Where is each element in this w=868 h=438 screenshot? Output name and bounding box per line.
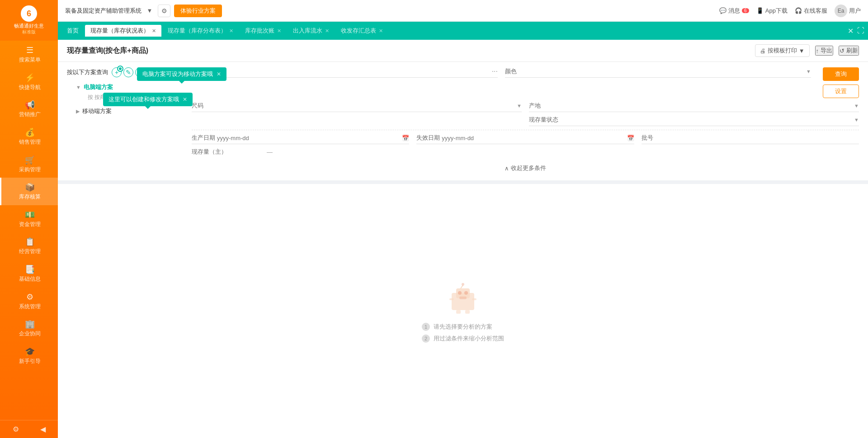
- user-avatar-btn[interactable]: Ea 用户: [835, 5, 861, 17]
- tab-stock-dist-label: 现存量（库存分布表）: [168, 27, 226, 35]
- filter-cell-expiry-date: 失效日期 📅: [416, 134, 634, 144]
- tab-stock-inout[interactable]: 出入库流水 ✕: [288, 25, 335, 37]
- scheme-selector: 按以下方案查询 + ✎ ←: [67, 67, 184, 175]
- collapse-more-btn[interactable]: ∧ 收起更多条件: [505, 161, 546, 175]
- filter-row-3-placeholder: [192, 116, 522, 126]
- tab-stock-batch-close[interactable]: ✕: [277, 28, 281, 34]
- scheme-tree: ▼ 电脑端方案 按 按商品 这里可以创建和修改方案哦 ✕: [67, 82, 184, 117]
- avatar-label: Ea: [838, 8, 844, 14]
- app-download-label: App下载: [765, 7, 788, 15]
- sidebar-bottom: ⚙ ◀: [0, 420, 58, 438]
- system-dropdown-btn[interactable]: ▼: [145, 6, 154, 15]
- stock-status-input[interactable]: [560, 117, 852, 123]
- app-download-btn[interactable]: 📱 App下载: [756, 7, 788, 15]
- edit-scheme-btn[interactable]: ✎: [123, 67, 133, 77]
- empty-state-illustration: [445, 279, 481, 316]
- tab-stock-status-close[interactable]: ✕: [152, 28, 156, 34]
- filter-cell-stock-status: 现存量状态 ▼: [529, 116, 859, 126]
- template-print-label: 按模板打印: [768, 47, 797, 55]
- gear-icon: ⚙: [161, 7, 167, 14]
- origin-input[interactable]: [553, 103, 852, 109]
- tab-stock-summary[interactable]: 收发存汇总表 ✕: [335, 25, 388, 37]
- sidebar-settings-btn[interactable]: ⚙: [13, 425, 19, 433]
- phone-icon: 📱: [756, 7, 764, 14]
- sidebar-item-search-menu[interactable]: ☰ 搜索菜单: [0, 41, 58, 68]
- edit-tooltip-close[interactable]: ✕: [183, 96, 187, 103]
- sidebar-item-purchase[interactable]: 🛒 采购管理: [0, 151, 58, 178]
- sidebar-item-operations[interactable]: 📋 经营管理: [0, 232, 58, 260]
- tabbar: 首页 现存量（库存状况表） ✕ 现存量（库存分布表） ✕ 库存批次账 ✕ 出入库…: [58, 22, 868, 40]
- sidebar-item-guide[interactable]: 🎓 新手引导: [0, 342, 58, 370]
- expiry-date-label: 失效日期: [416, 134, 440, 142]
- search-action-btns: 查询 设置: [818, 67, 859, 98]
- chevron-down-icon: ▼: [76, 85, 81, 90]
- search-btn[interactable]: 查询: [823, 67, 859, 81]
- svg-point-2: [458, 291, 462, 295]
- product-more-icon[interactable]: ···: [492, 67, 498, 75]
- tab-stock-batch[interactable]: 库存批次账 ✕: [240, 25, 287, 37]
- size-dropdown-icon[interactable]: ▼: [517, 103, 522, 108]
- tab-stock-dist[interactable]: 现存量（库存分布表） ✕: [162, 25, 239, 37]
- scheme-tooltip-close[interactable]: ✕: [217, 71, 221, 77]
- operations-icon: 📋: [25, 237, 35, 247]
- tabbar-actions: ✕ ⛶: [848, 27, 864, 35]
- tab-fullscreen-btn[interactable]: ⛶: [857, 27, 864, 35]
- tab-stock-inout-close[interactable]: ✕: [325, 28, 329, 34]
- stock-status-dropdown-icon[interactable]: ▼: [854, 117, 859, 122]
- sidebar-item-stock[interactable]: 📦 库存核算: [0, 178, 58, 205]
- tab-home[interactable]: 首页: [61, 25, 84, 37]
- chevron-up-icon: ∧: [505, 165, 509, 172]
- refresh-label: 刷新: [846, 47, 858, 55]
- calendar-icon-prod[interactable]: 📅: [402, 135, 409, 141]
- stock-main-from-input[interactable]: [229, 149, 265, 155]
- sidebar-item-enterprise[interactable]: 🏢 企业协同: [0, 315, 58, 342]
- industry-btn[interactable]: 体验行业方案: [174, 5, 222, 17]
- prod-date-input[interactable]: [217, 135, 400, 141]
- content-area: 现存量查询(按仓库+商品) 🖨 按模板打印 ▼ ↑ 导出 ↺ 刷新: [58, 40, 868, 438]
- tab-stock-status[interactable]: 现存量（库存状况表） ✕: [85, 25, 161, 37]
- tab-stock-summary-close[interactable]: ✕: [379, 28, 383, 34]
- topbar-settings-btn[interactable]: ⚙: [158, 5, 170, 17]
- sidebar-item-finance[interactable]: 💵 资金管理: [0, 205, 58, 233]
- sidebar-item-system[interactable]: ⚙ 系统管理: [0, 287, 58, 315]
- svg-rect-4: [459, 297, 467, 299]
- svg-line-9: [461, 285, 463, 288]
- sidebar-item-marketing-label: 营销推广: [19, 111, 41, 118]
- reset-btn[interactable]: 设置: [823, 85, 859, 98]
- refresh-icon: ↺: [840, 47, 844, 54]
- tab-close-all-btn[interactable]: ✕: [848, 27, 854, 35]
- product-input[interactable]: [216, 68, 490, 75]
- stock-status-label: 现存量状态: [529, 116, 558, 124]
- page-title: 现存量查询(按仓库+商品): [67, 46, 148, 60]
- expiry-date-input[interactable]: [442, 135, 625, 141]
- calendar-icon-expiry[interactable]: 📅: [627, 135, 634, 141]
- filter-section: 按以下方案查询 + ✎ ←: [58, 62, 868, 180]
- color-input[interactable]: [529, 68, 804, 75]
- system-icon: ⚙: [26, 292, 33, 302]
- sidebar-item-system-label: 系统管理: [19, 303, 41, 311]
- scheme-mobile-item[interactable]: ▶ 移动端方案: [76, 106, 184, 117]
- tab-stock-dist-close[interactable]: ✕: [229, 28, 233, 34]
- origin-label: 产地: [529, 102, 552, 110]
- export-btn[interactable]: ↑ 导出: [815, 46, 834, 56]
- color-dropdown-icon[interactable]: ▼: [806, 69, 811, 74]
- sidebar-item-stock-label: 库存核算: [19, 193, 41, 201]
- sidebar-item-sales[interactable]: 💰 销售管理: [0, 123, 58, 151]
- export-icon: ↑: [816, 47, 819, 54]
- sidebar-item-base-info[interactable]: 📑 基础信息: [0, 260, 58, 287]
- batch-input[interactable]: [666, 135, 859, 141]
- step-2-text: 用过滤条件来缩小分析范围: [434, 334, 504, 343]
- stock-main-to-input[interactable]: [274, 149, 311, 155]
- sidebar-item-quick-nav[interactable]: ⚡ 快捷导航: [0, 68, 58, 96]
- scheme-desktop-item[interactable]: ▼ 电脑端方案: [76, 82, 184, 93]
- sidebar-collapse-btn[interactable]: ◀: [40, 425, 46, 433]
- size-input[interactable]: [216, 103, 515, 109]
- add-scheme-btn[interactable]: +: [112, 67, 122, 77]
- template-print-btn[interactable]: 🖨 按模板打印 ▼: [755, 44, 810, 57]
- refresh-btn[interactable]: ↺ 刷新: [839, 46, 859, 56]
- sidebar-item-marketing[interactable]: 📢 营销推广: [0, 95, 58, 123]
- message-btn[interactable]: 💬 消息 6: [719, 7, 749, 15]
- batch-label: 批号: [642, 134, 664, 142]
- origin-dropdown-icon[interactable]: ▼: [854, 103, 859, 108]
- online-support-btn[interactable]: 🎧 在线客服: [795, 7, 827, 15]
